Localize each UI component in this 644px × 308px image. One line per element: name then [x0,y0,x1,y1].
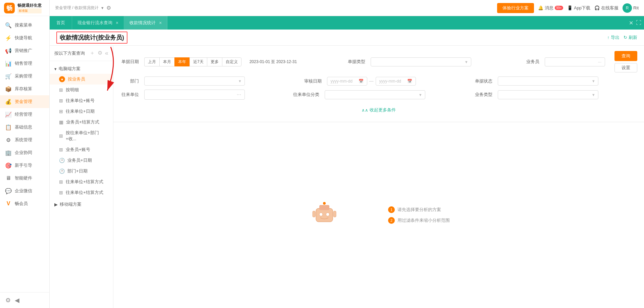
salesperson-select[interactable]: ··· [545,57,605,66]
user-btn[interactable]: R Rit [623,3,639,13]
partner-category-select[interactable]: ▾ [325,90,425,99]
date-btn-this-year[interactable]: 本年 [174,57,190,66]
date-btn-this-month[interactable]: 本月 [159,57,174,66]
settings-button[interactable]: 设置 [614,63,637,72]
doc-status-dropdown-icon: ▾ [592,79,595,84]
breadcrumb: 资金管理 / 收款情况统计 ▾ ⚙ [55,5,493,11]
salesperson-date-icon: 🕐 [59,158,65,163]
partner-settle1-icon: ⊞ [59,179,63,185]
query-button[interactable]: 查询 [614,51,637,61]
app-download-btn[interactable]: 📱 App下载 [567,5,590,11]
tree-item-salesperson-account[interactable]: ⊞ 业务员+账号 [50,144,113,155]
tree-item-by-detail[interactable]: ⊞ 按明细 [50,85,113,95]
date-range-display: 2023-01-01 至 2023-12-31 [250,59,297,65]
date-btn-more[interactable]: 更多 [207,57,222,66]
partner-dots-icon: ··· [237,92,241,98]
sidebar-item-sales[interactable]: 📊 销售管理 [0,57,49,70]
tree-item-partner-settle1[interactable]: ⊞ 往来单位+结算方式 [50,176,113,187]
breadcrumb-dropdown-icon[interactable]: ▾ [101,5,104,10]
tree-item-partner-date[interactable]: ⊞ 往来单位+日期 [50,106,113,117]
tree-section: ▾ 电脑端方案 ● 按业务员 ⊞ 按明细 ⊞ 往来单位+账号 ⊞ 往 [50,61,113,212]
tree-item-salesperson-settle[interactable]: ▦ 业务员+结算方式 [50,117,113,127]
tree-item-salesperson-date[interactable]: 🕐 业务员+日期 [50,155,113,166]
biz-type-select[interactable]: ▾ [498,90,598,99]
review-date-end[interactable]: yyyy-mm-dd 📅 [376,77,416,86]
tree-item-dept-date[interactable]: 🕐 部门+日期 [50,166,113,176]
system-icon: ⚙ [5,137,11,143]
chevron-right-icon: ▶ [54,202,58,207]
salesperson-settle-icon: ▦ [59,119,63,125]
tree-desktop-header[interactable]: ▾ 电脑端方案 [50,64,113,74]
filter-row-3: 往来单位 ··· 往来单位分类 ▾ 业务类型 ▾ [120,90,637,100]
sidebar-item-system[interactable]: ⚙ 系统管理 [0,134,49,146]
settings-footer-icon[interactable]: ⚙ [5,297,11,304]
purchase-icon: 🛒 [5,73,11,79]
sidebar-item-finance[interactable]: 💰 资金管理 [0,95,49,108]
refresh-button[interactable]: ↻ 刷新 [624,35,637,41]
page-title: 收款情况统计(按业务员) [56,32,127,44]
dept-select[interactable]: ▾ [144,76,245,86]
tree-item-partner-dept-recv[interactable]: ⊞ 按往来单位+部门+收... [50,127,113,144]
tab-receipt[interactable]: 收款情况统计 × [124,16,167,30]
svg-rect-5 [333,211,336,217]
salesperson-dots-icon: ··· [598,59,601,64]
avatar: R [623,3,632,13]
sidebar-item-inventory[interactable]: 📦 库存核算 [0,83,49,95]
tree-item-partner-account[interactable]: ⊞ 往来单位+账号 [50,95,113,106]
tree-mobile-header[interactable]: ▶ 移动端方案 [50,199,113,209]
tree-item-partner-settle2[interactable]: ⊞ 往来单位+结算方式 [50,187,113,198]
tree-item-by-salesperson[interactable]: ● 按业务员 [50,74,113,85]
notification-btn[interactable]: 🔔 消息 99+ [538,5,563,11]
partner-select[interactable]: ··· [144,90,245,100]
member-icon: V [5,201,11,207]
sidebar-item-marketing[interactable]: 📢 营销推广 [0,44,49,57]
settings-scheme-icon[interactable]: ⚙ [98,50,102,57]
panel-header: 按以下方案查询 ＋ ⚙ « [50,46,113,61]
filter-row-1: 单据日期 上月 本月 本年 近7天 更多 自定义 2023-01-01 至 20… [120,51,637,72]
sidebar-item-quicknav[interactable]: ⚡ 快捷导航 [0,32,49,44]
sidebar-item-member[interactable]: V 畅会员 [0,197,49,210]
sidebar-item-enterprise[interactable]: 🏢 企业协同 [0,146,49,159]
export-button[interactable]: ↑ 导出 [607,35,620,41]
doc-status-select[interactable]: ▾ [498,76,598,86]
partner-date-icon: ⊞ [59,109,63,114]
add-scheme-icon[interactable]: ＋ [90,50,95,57]
sidebar-item-purchase[interactable]: 🛒 采购管理 [0,70,49,83]
tab-bank-close[interactable]: × [116,20,118,25]
tab-receipt-close[interactable]: × [159,20,162,25]
collapse-panel-icon[interactable]: « [105,50,108,57]
empty-state-container: 1 请先选择要分析的方案 2 用过滤条件来缩小分析范围 [308,198,450,232]
collapse-icon: ∧∧ [362,108,368,113]
trial-button[interactable]: 体验行业方案 [497,3,534,13]
date-option-group: 上月 本月 本年 近7天 更多 自定义 [144,57,241,66]
review-date-start[interactable]: yyyy-mm-dd 📅 [327,77,367,86]
breadcrumb-settings-icon[interactable]: ⚙ [106,5,111,11]
collapse-sidebar-icon[interactable]: ◀ [15,297,19,304]
sidebar-item-wechat[interactable]: 💬 企业微信 [0,185,49,197]
chevron-down-icon: ▾ [54,66,57,71]
partner-settle2-icon: ⊞ [59,190,63,195]
hardware-icon: 🖥 [5,175,11,181]
page-header: 收款情况统计(按业务员) ↑ 导出 ↻ 刷新 [50,30,644,46]
tab-bank[interactable]: 现金银行流水查询 × [72,16,124,30]
sidebar-item-operations[interactable]: 📈 经营管理 [0,108,49,121]
guide-icon: 🎯 [5,162,11,168]
date-btn-last-month[interactable]: 上月 [144,57,159,66]
tab-maximize-icon[interactable]: ⛶ [636,20,641,26]
tab-close-all-icon[interactable]: ✕ [629,20,633,26]
date-btn-custom[interactable]: 自定义 [222,57,241,66]
sidebar-item-basic[interactable]: 📋 基础信息 [0,121,49,134]
refresh-icon: ↻ [624,35,627,40]
page-actions: ↑ 导出 ↻ 刷新 [607,35,638,41]
customer-service-btn[interactable]: 🎧 在线客服 [594,5,619,11]
sidebar-item-search[interactable]: 🔍 搜索菜单 [0,19,49,32]
collapse-bar[interactable]: ∧∧ 收起更多条件 [120,104,637,116]
tab-home[interactable]: 首页 [50,16,72,30]
content-area: 按以下方案查询 ＋ ⚙ « ▾ 电脑端方案 ● 按业务员 [50,46,644,308]
sidebar-item-hardware[interactable]: 🖥 智能硬件 [0,172,49,185]
sidebar-item-guide[interactable]: 🎯 新手引导 [0,159,49,172]
partner-dept-icon: ⊞ [59,133,63,139]
date-btn-7days[interactable]: 近7天 [190,57,207,66]
left-panel: 按以下方案查询 ＋ ⚙ « ▾ 电脑端方案 ● 按业务员 [50,46,113,308]
doc-type-select[interactable]: ▾ [371,57,471,66]
